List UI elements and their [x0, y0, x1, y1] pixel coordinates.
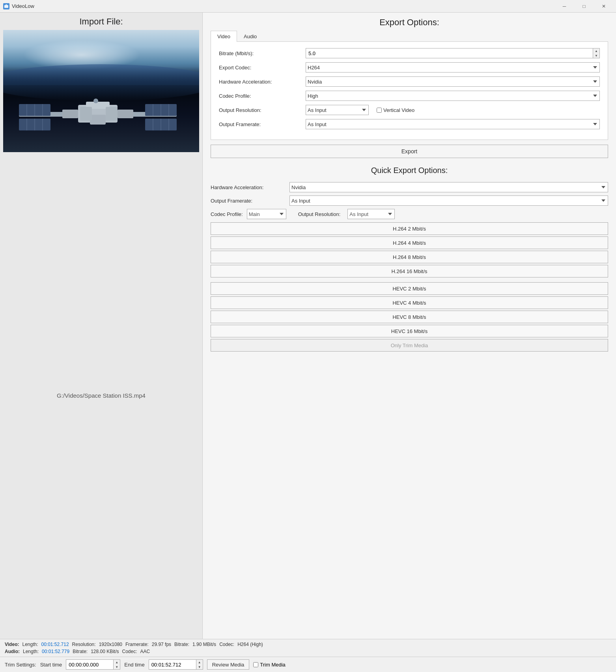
output-resolution-row: Output Resolution: As Input 1920x1080 12…	[219, 105, 600, 115]
svg-point-24	[93, 99, 98, 103]
quick-export-btn-3[interactable]: H.264 16 Mbit/s	[211, 265, 608, 277]
codec-profile-label: Codec Profile:	[219, 93, 306, 99]
only-trim-button[interactable]: Only Trim Media	[211, 339, 608, 352]
trim-bar: Trim Settings: Start time ▲ ▼ End time ▲…	[0, 657, 616, 672]
bitrate-input-wrap: ▲ ▼	[306, 48, 600, 58]
start-time-up-btn[interactable]: ▲	[114, 660, 120, 665]
quick-framerate-select[interactable]: As Input 24 30 60	[289, 195, 608, 206]
quick-resolution-select[interactable]: As Input 1920x1080 1280x720	[347, 209, 395, 219]
quick-output-resolution-label: Output Resolution:	[298, 211, 341, 217]
trim-media-label: Trim Media	[260, 662, 286, 668]
video-preview[interactable]	[3, 30, 199, 152]
end-time-spinner: ▲ ▼	[196, 659, 203, 670]
bottom-bar: Video: Length: 00:01:52.712 Resolution: …	[0, 639, 616, 657]
bitrate-down-btn[interactable]: ▼	[593, 53, 599, 58]
quick-codec-profile-select[interactable]: Main High Baseline	[247, 209, 286, 219]
export-button[interactable]: Export	[211, 145, 608, 158]
video-length-value: 00:01:52.712	[41, 642, 69, 647]
video-thumbnail	[3, 30, 199, 152]
output-framerate-label: Output Framerate:	[219, 121, 306, 127]
video-framerate-value: 29.97 fps	[152, 642, 171, 647]
bitrate-spinner: ▲ ▼	[593, 48, 600, 58]
review-media-button[interactable]: Review Media	[207, 659, 250, 670]
bitrate-row: Bitrate (Mbit/s): ▲ ▼	[219, 48, 600, 58]
export-tabs: Video Audio	[211, 31, 608, 42]
svg-rect-7	[106, 107, 118, 121]
quick-export-btn-7[interactable]: HEVC 16 Mbit/s	[211, 325, 608, 337]
svg-rect-5	[90, 115, 106, 125]
quick-codec-profile-label: Codec Profile:	[211, 211, 243, 217]
trim-media-checkbox[interactable]	[253, 662, 258, 667]
quick-hw-accel-label: Hardware Acceleration:	[211, 184, 289, 190]
tab-audio[interactable]: Audio	[237, 31, 263, 42]
hw-accel-row: Hardware Acceleration: Nvidia AMD Intel …	[219, 76, 600, 87]
start-time-down-btn[interactable]: ▼	[114, 665, 120, 669]
export-codec-label: Export Codec:	[219, 65, 306, 71]
audio-info-row: Audio: Length: 00:01:52.779 Bitrate: 128…	[5, 648, 611, 655]
video-codec-value: H264 (High)	[237, 642, 263, 647]
output-framerate-row: Output Framerate: As Input 24 25 29.97 3…	[219, 119, 600, 129]
output-resolution-select[interactable]: As Input 1920x1080 1280x720	[306, 105, 369, 115]
video-resolution-value: 1920x1080	[99, 642, 122, 647]
maximize-button[interactable]: □	[575, 0, 593, 12]
tab-video[interactable]: Video	[211, 31, 237, 42]
minimize-button[interactable]: ─	[555, 0, 573, 12]
quick-export-btn-4[interactable]: HEVC 2 Mbit/s	[211, 282, 608, 295]
main-content: Import File:	[0, 13, 616, 639]
start-time-spinner: ▲ ▼	[113, 659, 120, 670]
export-title: Export Options:	[203, 13, 616, 31]
video-bitrate-label: Bitrate:	[174, 642, 189, 647]
quick-framerate-row: Output Framerate: As Input 24 30 60	[211, 195, 608, 206]
start-time-label: Start time	[40, 662, 62, 668]
close-button[interactable]: ✕	[595, 0, 613, 12]
end-time-down-btn[interactable]: ▼	[196, 665, 203, 669]
audio-bitrate-label: Bitrate:	[73, 649, 88, 654]
start-time-input[interactable]	[66, 659, 113, 670]
quick-export-btn-2[interactable]: H.264 8 Mbit/s	[211, 251, 608, 263]
export-options-panel: Bitrate (Mbit/s): ▲ ▼ Export Codec: H264…	[211, 42, 608, 140]
codec-profile-row: Codec Profile: High Main Baseline	[219, 91, 600, 101]
quick-export-buttons: H.264 2 Mbit/sH.264 4 Mbit/sH.264 8 Mbit…	[211, 222, 608, 337]
end-time-input[interactable]	[149, 659, 196, 670]
hw-accel-label: Hardware Acceleration:	[219, 79, 306, 85]
quick-hw-accel-select[interactable]: Nvidia AMD None	[289, 182, 608, 192]
audio-codec-label: Codec:	[122, 649, 137, 654]
resolution-controls: As Input 1920x1080 1280x720 Vertical Vid…	[306, 105, 414, 115]
audio-codec-value: AAC	[140, 649, 150, 654]
window-controls: ─ □ ✕	[555, 0, 613, 12]
quick-export-btn-1[interactable]: H.264 4 Mbit/s	[211, 236, 608, 249]
file-path: G:/Videos/Space Station ISS.mp4	[57, 392, 146, 399]
vertical-video-checkbox[interactable]	[377, 108, 382, 113]
bitrate-label: Bitrate (Mbit/s):	[219, 50, 306, 56]
trim-media-wrap: Trim Media	[253, 662, 286, 668]
start-time-input-wrap: ▲ ▼	[66, 659, 120, 670]
export-codec-select[interactable]: H264 HEVC VP9	[306, 62, 600, 73]
quick-export-btn-0[interactable]: H.264 2 Mbit/s	[211, 222, 608, 235]
import-title: Import File:	[0, 13, 202, 30]
quick-export-btn-5[interactable]: HEVC 4 Mbit/s	[211, 296, 608, 309]
bitrate-input[interactable]	[306, 48, 593, 58]
codec-resolution-row: Codec Profile: Main High Baseline Output…	[211, 209, 608, 219]
end-time-up-btn[interactable]: ▲	[196, 660, 203, 665]
end-time-input-wrap: ▲ ▼	[149, 659, 203, 670]
right-panel: Export Options: Video Audio Bitrate (Mbi…	[203, 13, 616, 639]
vertical-video-label: Vertical Video	[377, 107, 414, 113]
audio-length-label: Length:	[23, 649, 39, 654]
file-info: G:/Videos/Space Station ISS.mp4	[0, 152, 202, 639]
output-framerate-select[interactable]: As Input 24 25 29.97 30 60	[306, 119, 600, 129]
quick-hw-accel-row: Hardware Acceleration: Nvidia AMD None	[211, 182, 608, 192]
left-panel: Import File:	[0, 13, 203, 639]
app-title: VideoLow	[12, 3, 555, 9]
quick-export-btn-6[interactable]: HEVC 8 Mbit/s	[211, 311, 608, 323]
video-framerate-label: Framerate:	[125, 642, 149, 647]
output-resolution-label: Output Resolution:	[219, 107, 306, 113]
hw-accel-select[interactable]: Nvidia AMD Intel None	[306, 76, 600, 87]
svg-rect-6	[80, 107, 92, 121]
end-time-label: End time	[124, 662, 144, 668]
codec-profile-select[interactable]: High Main Baseline	[306, 91, 600, 101]
video-length-label: Length:	[22, 642, 38, 647]
bitrate-up-btn[interactable]: ▲	[593, 48, 599, 53]
quick-export-title: Quick Export Options:	[203, 163, 616, 178]
quick-export-options: Hardware Acceleration: Nvidia AMD None O…	[203, 178, 616, 357]
titlebar: VideoLow ─ □ ✕	[0, 0, 616, 13]
